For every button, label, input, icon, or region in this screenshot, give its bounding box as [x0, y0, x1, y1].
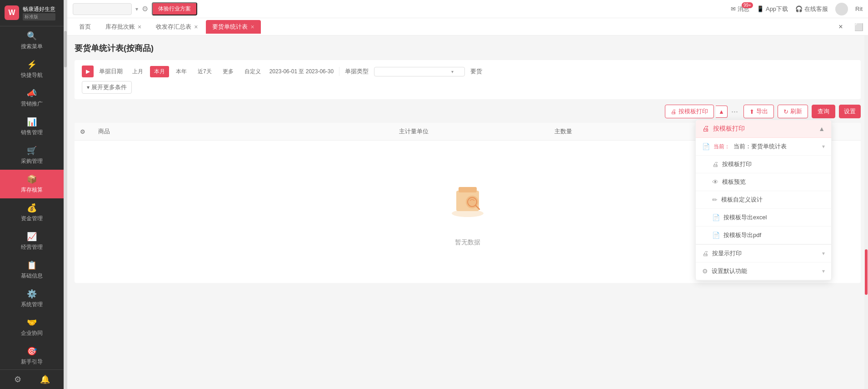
date-btn-7days[interactable]: 近7天 [194, 66, 216, 77]
dropdown-item-template-print[interactable]: 🖨 按模板打印 [696, 156, 831, 173]
sidebar-item-system[interactable]: ⚙️ 系统管理 [0, 284, 64, 313]
filter-expand-icon[interactable]: ▶ [82, 66, 94, 77]
app-logo: W 畅康通好生意 标准版 [0, 0, 64, 26]
tab-inventory-batch[interactable]: 库存批次账 × [99, 20, 148, 34]
dropdown-close-icon[interactable]: ▲ [818, 125, 825, 132]
sidebar-scrollbar[interactable] [64, 0, 67, 389]
set-default-icon: ⚙ [702, 268, 708, 275]
more-icon[interactable]: ··· [731, 107, 738, 116]
tab-receivable-summary[interactable]: 收发存汇总表 × [150, 20, 204, 34]
content-scrollbar[interactable] [864, 35, 868, 389]
th-qty-label: 主数量 [554, 127, 572, 136]
date-btn-this-month[interactable]: 本月 [150, 66, 169, 77]
app-download-label: App下载 [766, 5, 788, 13]
message-badge: 99+ [742, 2, 753, 8]
content-scrollbar-thumb [865, 249, 868, 295]
tab-requisition-stats-close[interactable]: × [250, 23, 254, 30]
sidebar-item-basic[interactable]: 📋 基础信息 [0, 256, 64, 284]
sidebar-item-marketing[interactable]: 📣 营销推广 [0, 84, 64, 112]
tab-home[interactable]: 首页 [73, 20, 97, 34]
topbar-search[interactable] [73, 3, 132, 15]
dropdown-print-icon: 🖨 [702, 125, 709, 133]
topbar-right: ✉ 消息 99+ 📱 App下载 🎧 在线客服 Rit [731, 3, 863, 15]
sidebar-label-sales: 销售管理 [21, 129, 43, 136]
dropdown-title: 🖨 按模板打印 [702, 125, 745, 133]
sidebar-item-enterprise[interactable]: 🤝 企业协同 [0, 313, 64, 342]
tab-requisition-stats[interactable]: 要货单统计表 × [206, 20, 260, 34]
sidebar-item-sales[interactable]: 📊 销售管理 [0, 112, 64, 141]
inventory-icon: 📦 [27, 174, 37, 184]
expand-label: 展开更多条件 [91, 83, 127, 91]
date-range: 2023-06-01 至 2023-06-30 [269, 68, 334, 76]
page-content: 要货单统计表(按商品) ▶ 单据日期 上月 本月 本年 近7天 更多 自定义 2… [67, 35, 868, 389]
print-button-group: 🖨 按模板打印 ▲ [665, 105, 728, 118]
dropdown-item-template-preview[interactable]: 👁 模板预览 [696, 173, 831, 191]
current-item-icon: 📄 [702, 143, 710, 150]
settings-bottom-icon[interactable]: ⚙ [14, 374, 21, 384]
printer-icon: 🖨 [671, 108, 677, 115]
set-default-chevron: ▾ [822, 268, 825, 274]
dropdown-item-export-pdf[interactable]: 📄 按模板导出pdf [696, 227, 831, 244]
notification-bottom-icon[interactable]: 🔔 [40, 374, 50, 384]
export-button[interactable]: ⬆ 导出 [743, 105, 774, 118]
refresh-button[interactable]: ↻ 刷新 [778, 105, 808, 118]
window-maximize-button[interactable]: ⬜ [850, 18, 868, 35]
shortcuts-icon: ⚡ [27, 60, 37, 70]
th-product-label: 商品 [98, 127, 110, 136]
sidebar-item-operations[interactable]: 📈 经营管理 [0, 227, 64, 256]
sidebar-label-operations: 经营管理 [21, 243, 43, 251]
tab-receivable-summary-close[interactable]: × [194, 23, 198, 30]
settings-col-icon[interactable]: ⚙ [80, 128, 85, 135]
print-dropdown-panel: 🖨 按模板打印 ▲ 📄 当前： 当前：要货单统计表 ▾ 🖨 按模板打印 [695, 120, 832, 281]
date-btn-last-month[interactable]: 上月 [128, 66, 147, 77]
topbar-chevron-icon[interactable]: ▾ [135, 6, 138, 12]
online-service-button[interactable]: 🎧 在线客服 [795, 5, 828, 13]
svg-rect-2 [459, 187, 477, 192]
trial-button[interactable]: 体验行业方案 [152, 2, 197, 15]
window-controls: × ⬜ [832, 18, 868, 35]
template-design-label: 模板自定义设计 [721, 196, 763, 204]
sidebar-item-newguide[interactable]: 🎯 新手引导 [0, 342, 64, 369]
settings-button[interactable]: 设置 [839, 105, 861, 118]
sidebar-item-purchase[interactable]: 🛒 采购管理 [0, 141, 64, 170]
search-icon: 🔍 [27, 31, 37, 41]
type-select[interactable]: ▾ [374, 67, 465, 76]
enterprise-icon: 🤝 [27, 318, 37, 328]
th-settings: ⚙ [75, 123, 93, 140]
th-product: 商品 [93, 123, 394, 140]
dropdown-set-default[interactable]: ⚙ 设置默认功能 ▾ [696, 263, 831, 280]
export-icon: ⬆ [749, 108, 754, 115]
tabs-bar: 首页 库存批次账 × 收发存汇总表 × 要货单统计表 × × ⬜ [67, 18, 868, 35]
sidebar-item-finance[interactable]: 💰 资金管理 [0, 198, 64, 227]
dropdown-item-export-excel[interactable]: 📄 按模板导出excel [696, 209, 831, 227]
app-download-button[interactable]: 📱 App下载 [757, 5, 788, 13]
dropdown-display-print[interactable]: 🖨 按显示打印 ▾ [696, 245, 831, 263]
app-tag: 标准版 [23, 13, 55, 20]
user-avatar[interactable] [835, 3, 848, 15]
window-close-button[interactable]: × [832, 18, 850, 35]
query-button[interactable]: 查询 [812, 105, 835, 118]
dropdown-current-item[interactable]: 📄 当前： 当前：要货单统计表 ▾ [696, 138, 831, 156]
print-button[interactable]: 🖨 按模板打印 [665, 105, 714, 118]
sidebar-item-inventory[interactable]: 📦 库存核算 [0, 170, 64, 198]
tab-inventory-batch-close[interactable]: × [138, 23, 141, 30]
toolbar: 🖨 按模板打印 ▲ ··· ⬆ 导出 ↻ 刷新 查询 设置 [75, 105, 861, 118]
sidebar-item-shortcuts[interactable]: ⚡ 快捷导航 [0, 55, 64, 84]
th-unit-label: 主计量单位 [399, 127, 429, 136]
sidebar-label-basic: 基础信息 [21, 272, 43, 280]
message-button[interactable]: ✉ 消息 99+ [731, 5, 749, 13]
expand-more-button[interactable]: ▾ 展开更多条件 [82, 81, 132, 94]
finance-icon: 💰 [27, 203, 37, 213]
dropdown-item-template-design[interactable]: ✏ 模板自定义设计 [696, 191, 831, 209]
type-select-arrow: ▾ [451, 69, 454, 74]
sidebar-item-search[interactable]: 🔍 搜索菜单 [0, 26, 64, 55]
export-pdf-label: 按模板导出pdf [723, 231, 761, 239]
print-arrow-button[interactable]: ▲ [716, 106, 728, 118]
date-btn-more[interactable]: 更多 [219, 66, 238, 77]
filter-bar: ▶ 单据日期 上月 本月 本年 近7天 更多 自定义 2023-06-01 至 … [75, 60, 861, 99]
dropdown-header: 🖨 按模板打印 ▲ [696, 120, 831, 138]
date-btn-custom[interactable]: 自定义 [240, 66, 265, 77]
current-label: 当前： [713, 143, 730, 151]
topbar-settings-icon[interactable]: ⚙ [142, 5, 148, 13]
date-btn-this-year[interactable]: 本年 [172, 66, 191, 77]
